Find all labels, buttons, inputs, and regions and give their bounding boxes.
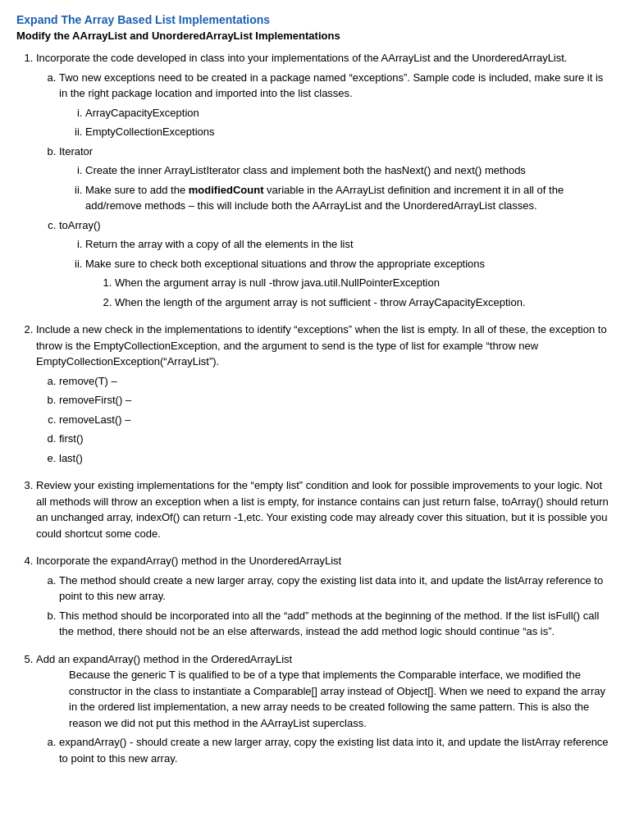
indent-block-5: Because the generic T is qualified to be… xyxy=(69,667,614,731)
list-item-2: Include a new check in the implementatio… xyxy=(36,322,614,466)
list-item-2-text: Include a new check in the implementatio… xyxy=(36,323,607,368)
list-item-4-text: Incorporate the expandArray() method in … xyxy=(36,555,341,567)
roman-1b-ii: Make sure to add the modifiedCount varia… xyxy=(85,182,614,214)
alpha-2c: removeLast() – xyxy=(59,412,614,428)
alpha-5a: expandArray() - should create a new larg… xyxy=(59,734,614,766)
modified-count-bold: modifiedCount xyxy=(189,184,264,196)
alpha-1a-text: Two new exceptions need to be created in… xyxy=(59,71,603,100)
alpha-4b: This method should be incorporated into … xyxy=(59,608,614,640)
roman-list-1b: Create the inner ArrayListIterator class… xyxy=(85,162,614,214)
roman-1c-i: Return the array with a copy of all the … xyxy=(85,236,614,253)
list-item-3-text: Review your existing implementations for… xyxy=(36,479,609,540)
roman-list-1c: Return the array with a copy of all the … xyxy=(85,236,614,310)
alpha-list-5: expandArray() - should create a new larg… xyxy=(59,734,614,766)
decimal-list-1c: When the argument array is null -throw j… xyxy=(115,275,614,310)
alpha-1b-label: Iterator xyxy=(59,145,93,158)
alpha-list-1: Two new exceptions need to be created in… xyxy=(59,70,614,311)
alpha-2d: first() xyxy=(59,431,614,447)
alpha-list-2: remove(T) – removeFirst() – removeLast()… xyxy=(59,373,614,467)
alpha-4a: The method should create a new larger ar… xyxy=(59,573,614,605)
decimal-1c-2: When the length of the argument array is… xyxy=(115,294,614,311)
main-list: Incorporate the code developed in class … xyxy=(36,50,614,766)
alpha-2e: last() xyxy=(59,450,614,467)
roman-1b-i: Create the inner ArrayListIterator class… xyxy=(85,162,614,179)
alpha-1b: Iterator Create the inner ArrayListItera… xyxy=(59,144,614,214)
roman-1c-ii-text: Make sure to check both exceptional situ… xyxy=(85,258,485,270)
alpha-2a: remove(T) – xyxy=(59,373,614,390)
roman-1a-i: ArrayCapacityException xyxy=(85,105,614,121)
page-title: Expand The Array Based List Implementati… xyxy=(16,13,614,26)
list-item-5: Add an expandArray() method in the Order… xyxy=(36,651,614,767)
list-item-3: Review your existing implementations for… xyxy=(36,477,614,541)
roman-1c-ii: Make sure to check both exceptional situ… xyxy=(85,256,614,311)
list-item-1: Incorporate the code developed in class … xyxy=(36,50,614,310)
roman-1a-ii: EmptyCollectionExceptions xyxy=(85,124,614,140)
list-item-5-text: Add an expandArray() method in the Order… xyxy=(36,653,292,665)
alpha-1c: toArray() Return the array with a copy o… xyxy=(59,217,614,311)
alpha-list-4: The method should create a new larger ar… xyxy=(59,573,614,640)
decimal-1c-1: When the argument array is null -throw j… xyxy=(115,275,614,291)
section-heading: Modify the AArrayList and UnorderedArray… xyxy=(16,30,614,42)
page-container: Expand The Array Based List Implementati… xyxy=(16,13,614,766)
alpha-1a: Two new exceptions need to be created in… xyxy=(59,70,614,140)
roman-list-1a: ArrayCapacityException EmptyCollectionEx… xyxy=(85,105,614,140)
alpha-1c-label: toArray() xyxy=(59,219,101,231)
list-item-4: Incorporate the expandArray() method in … xyxy=(36,553,614,640)
list-item-1-text: Incorporate the code developed in class … xyxy=(36,52,567,64)
alpha-2b: removeFirst() – xyxy=(59,392,614,409)
